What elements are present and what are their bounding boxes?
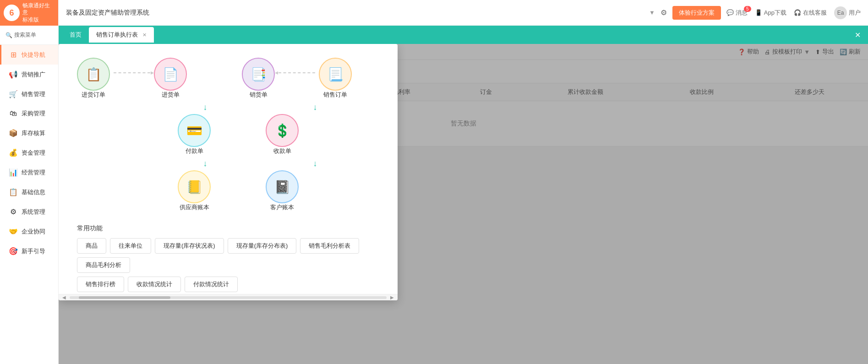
experience-btn[interactable]: 体验行业方案 xyxy=(672,6,721,20)
sidebar-menu: ⊞ 快捷导航 📢 营销推广 🛒 销售管理 🛍 采购管理 📦 库存核算 💰 资金管… xyxy=(0,45,58,364)
sidebar-item-sales-mgmt[interactable]: 🛒 销售管理 xyxy=(0,84,58,104)
func-btn-row-1: 商品 往来单位 现存量(库存状况表) 现存量(库存分布表) 销售毛利分析表 商品… xyxy=(77,238,379,273)
sidebar-item-basic-info[interactable]: 📋 基础信息 xyxy=(0,182,58,202)
purchase-bill-circle[interactable]: 📄 xyxy=(154,58,187,91)
purchase-order-circle[interactable]: 📋 xyxy=(77,58,110,91)
user-action[interactable]: Ea 用户 xyxy=(834,6,861,19)
sidebar-item-sys-mgmt[interactable]: ⚙ 系统管理 xyxy=(0,202,58,222)
message-action[interactable]: 💬 消息 5 xyxy=(726,9,748,17)
payment-bill-circle[interactable]: 💳 xyxy=(178,114,211,147)
purchase-bill-label: 进货单 xyxy=(162,91,180,99)
sales-icon: 🛒 xyxy=(9,90,18,98)
sidebar-logo: 6 畅康通好生意 标准版 xyxy=(0,0,58,26)
sidebar-item-finance[interactable]: 💰 资金管理 xyxy=(0,143,58,163)
logo-text: 畅康通好生意 标准版 xyxy=(22,2,55,24)
sales-order-circle[interactable]: 📃 xyxy=(319,58,352,91)
func-btn-row-2: 销售排行榜 收款情况统计 付款情况统计 xyxy=(77,277,379,292)
receipt-bill-label: 收款单 xyxy=(273,147,291,155)
common-functions: 常用功能 商品 往来单位 现存量(库存状况表) 现存量(库存分布表) 销售毛利分… xyxy=(77,224,379,292)
customer-ledger-icon: 📓 xyxy=(274,179,290,195)
tab-home[interactable]: 首页 xyxy=(62,27,89,43)
logo-icon: 6 xyxy=(4,5,20,21)
sales-bill-circle[interactable]: 📑 xyxy=(242,58,275,91)
scrollbar-right-arrow[interactable]: ▶ xyxy=(388,294,396,300)
marketing-icon: 📢 xyxy=(9,70,18,79)
modal-body: 📋 进货订单 📄 xyxy=(59,44,398,294)
sidebar-item-beginner[interactable]: 🎯 新手引导 xyxy=(0,241,58,261)
ops-icon: 📊 xyxy=(9,168,18,177)
sidebar-item-enterprise[interactable]: 🤝 企业协同 xyxy=(0,222,58,241)
tab-sales-order-exec[interactable]: 销售订单执行表 ✕ xyxy=(89,27,154,43)
func-btn-receipt-stats[interactable]: 收款情况统计 xyxy=(128,277,181,292)
customer-ledger-circle[interactable]: 📓 xyxy=(266,170,299,203)
func-btn-sales-ranking[interactable]: 销售排行榜 xyxy=(77,277,124,292)
headset-icon: 🎧 xyxy=(794,9,801,16)
topbar-dropdown-icon[interactable]: ▼ xyxy=(649,9,655,16)
flow-diagram: 📋 进货订单 📄 xyxy=(77,58,379,215)
tab-close-icon[interactable]: ✕ xyxy=(142,32,147,38)
arrow-purchase-order-to-bill xyxy=(110,72,154,73)
flow-down-arrows-row-2: ↓ ↓ xyxy=(77,159,379,168)
flow-col-receipt: 💲 收款单 xyxy=(266,114,299,155)
flow-down-arrows-row: ↓ ↓ xyxy=(77,103,379,112)
sales-bill-icon: 📑 xyxy=(251,67,267,82)
gear-icon[interactable]: ⚙ xyxy=(661,8,667,17)
search-icon: 🔍 xyxy=(5,32,12,38)
purchase-icon: 🛍 xyxy=(9,109,18,118)
sidebar-item-quick-nav[interactable]: ⊞ 快捷导航 xyxy=(0,45,58,65)
tabbar-close-button[interactable]: ✕ xyxy=(851,29,864,41)
modal-overlay[interactable]: 📋 进货订单 📄 xyxy=(59,44,868,364)
dashed-line-2 xyxy=(278,72,315,73)
scrollbar-left-arrow[interactable]: ◀ xyxy=(60,294,68,300)
receipt-bill-icon: 💲 xyxy=(274,123,290,138)
message-badge: 5 xyxy=(744,6,751,12)
flow-col-sales-order: 📃 销售订单 xyxy=(319,58,352,99)
app-download-action[interactable]: 📱 App下载 xyxy=(755,9,786,17)
flow-row-5: 📒 供应商账本 📓 客户账本 xyxy=(77,170,379,212)
flow-col-sales-bill: 📑 销货单 xyxy=(242,58,275,99)
flow-col-supplier-ledger: 📒 供应商账本 xyxy=(178,170,211,212)
quick-nav-modal: 📋 进货订单 📄 xyxy=(59,44,398,300)
main-content: 装备及固定资产辅助管理系统 ▼ ⚙ 体验行业方案 💬 消息 5 📱 App下载 … xyxy=(59,0,868,364)
sidebar-item-ops-mgmt[interactable]: 📊 经营管理 xyxy=(0,163,58,182)
flow-col-purchase-bill: 📄 进货单 xyxy=(154,58,187,99)
sales-order-label: 销售订单 xyxy=(323,91,347,99)
flow-row-3: 💳 付款单 💲 收款单 xyxy=(77,114,379,155)
beginner-icon: 🎯 xyxy=(9,247,18,255)
func-btn-partner[interactable]: 往来单位 xyxy=(110,238,151,254)
basic-icon: 📋 xyxy=(9,188,18,196)
scrollbar-thumb[interactable] xyxy=(79,296,170,299)
receipt-bill-circle[interactable]: 💲 xyxy=(266,114,299,147)
scrollbar-track[interactable] xyxy=(70,296,387,299)
finance-icon: 💰 xyxy=(9,148,18,157)
topbar-actions: 💬 消息 5 📱 App下载 🎧 在线客服 Ea 用户 xyxy=(726,6,861,19)
supplier-ledger-circle[interactable]: 📒 xyxy=(178,170,211,203)
sidebar-item-inventory[interactable]: 📦 库存核算 xyxy=(0,123,58,143)
supplier-ledger-icon: 📒 xyxy=(186,179,202,195)
sales-order-icon: 📃 xyxy=(328,67,344,82)
page-body: ❓ 帮助 🖨 按模板打印 ▼ ⬆ 导出 🔄 刷新 yyyy-mm-dd 📅 xyxy=(59,44,868,364)
func-btn-payment-stats[interactable]: 付款情况统计 xyxy=(185,277,238,292)
supplier-ledger-label: 供应商账本 xyxy=(180,203,209,212)
common-functions-title: 常用功能 xyxy=(77,224,379,233)
dashed-line-1 xyxy=(114,72,150,73)
func-btn-product[interactable]: 商品 xyxy=(77,238,106,254)
flow-col-payment: 💳 付款单 xyxy=(178,114,211,155)
quick-nav-icon: ⊞ xyxy=(9,50,18,59)
search-menu-button[interactable]: 🔍 搜索菜单 xyxy=(4,29,55,41)
func-btn-sales-profit-analysis[interactable]: 销售毛利分析表 xyxy=(300,238,359,254)
tabbar: 首页 销售订单执行表 ✕ ✕ xyxy=(59,26,868,44)
modal-scrollbar: ◀ ▶ xyxy=(59,294,398,300)
sidebar-item-purchase-mgmt[interactable]: 🛍 采购管理 xyxy=(0,104,58,123)
system-title: 装备及固定资产辅助管理系统 xyxy=(66,9,644,17)
sidebar-item-marketing[interactable]: 📢 营销推广 xyxy=(0,65,58,84)
func-btn-inventory-status[interactable]: 现存量(库存状况表) xyxy=(155,238,224,254)
down-arrow-sales-bill: ↓ xyxy=(313,103,317,112)
func-btn-product-profit[interactable]: 商品毛利分析 xyxy=(77,257,130,273)
enterprise-icon: 🤝 xyxy=(9,227,18,236)
func-btn-inventory-dist[interactable]: 现存量(库存分布表) xyxy=(228,238,297,254)
purchase-bill-icon: 📄 xyxy=(163,67,179,82)
online-service-action[interactable]: 🎧 在线客服 xyxy=(794,9,827,17)
flow-row-1: 📋 进货订单 📄 xyxy=(77,58,379,99)
inventory-icon: 📦 xyxy=(9,129,18,137)
